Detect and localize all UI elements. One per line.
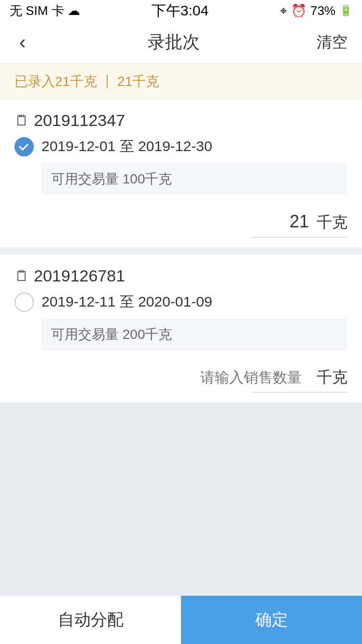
batch-1-quantity-section: 21 千克 bbox=[0, 207, 362, 247]
batch-1-quantity-unit: 千克 bbox=[317, 212, 348, 233]
batch-1-date: 2019-12-01 至 2019-12-30 bbox=[42, 137, 212, 156]
batch-1-quantity-value: 21 bbox=[290, 211, 309, 232]
status-time: 下午3:04 bbox=[152, 1, 209, 21]
bottom-bar: 自动分配 确定 bbox=[0, 596, 362, 644]
clear-button[interactable]: 清空 bbox=[317, 32, 348, 53]
batch-2-date: 2019-12-11 至 2020-01-09 bbox=[42, 292, 212, 312]
batch-card-2: 🗒 2019126781 2019-12-11 至 2020-01-09 可用交… bbox=[0, 255, 362, 362]
batch-2-radio[interactable] bbox=[14, 293, 34, 312]
batch-1-radio[interactable] bbox=[14, 137, 34, 156]
batch-2-quantity-input[interactable] bbox=[106, 369, 309, 386]
info-value: 21千克 bbox=[117, 72, 159, 91]
batch-1-available: 可用交易量 100千克 bbox=[42, 163, 348, 195]
gray-area bbox=[0, 402, 362, 596]
batch-1-underline bbox=[251, 237, 348, 238]
battery-text: 73% bbox=[310, 3, 335, 18]
content-area: 🗒 2019112347 2019-12-01 至 2019-12-30 可用交… bbox=[0, 99, 362, 596]
batch-2-underline bbox=[251, 392, 348, 392]
back-button[interactable]: ‹ bbox=[14, 27, 30, 58]
section-separator-1 bbox=[0, 247, 362, 255]
batch-2-input-unit: 千克 bbox=[317, 367, 348, 388]
battery-icon: 🔋 bbox=[339, 4, 352, 17]
batch-2-icon: 🗒 bbox=[14, 268, 29, 284]
batch-2-input-section: 千克 bbox=[0, 362, 362, 402]
status-left: 无 SIM 卡 ☁ bbox=[10, 2, 80, 19]
location-icon: ⌖ bbox=[280, 3, 287, 18]
nav-bar: ‹ 录批次 清空 bbox=[0, 21, 362, 64]
batch-1-date-row[interactable]: 2019-12-01 至 2019-12-30 bbox=[14, 137, 348, 156]
batch-2-date-row[interactable]: 2019-12-11 至 2020-01-09 bbox=[14, 292, 348, 312]
batch-1-header: 🗒 2019112347 bbox=[14, 111, 348, 130]
confirm-button[interactable]: 确定 bbox=[181, 596, 362, 644]
info-label: 已录入21千克 bbox=[14, 72, 97, 91]
sim-text: 无 SIM 卡 ☁ bbox=[10, 2, 80, 19]
batch-1-icon: 🗒 bbox=[14, 112, 29, 129]
batch-card-1: 🗒 2019112347 2019-12-01 至 2019-12-30 可用交… bbox=[0, 99, 362, 207]
page-title: 录批次 bbox=[148, 30, 200, 54]
alarm-icon: ⏰ bbox=[291, 3, 306, 18]
batch-2-id: 2019126781 bbox=[34, 266, 125, 285]
status-right: ⌖ ⏰ 73% 🔋 bbox=[280, 3, 352, 18]
status-bar: 无 SIM 卡 ☁ 下午3:04 ⌖ ⏰ 73% 🔋 bbox=[0, 0, 362, 21]
batch-2-header: 🗒 2019126781 bbox=[14, 266, 348, 285]
info-divider bbox=[107, 75, 108, 88]
info-banner: 已录入21千克 21千克 bbox=[0, 64, 362, 99]
batch-1-id: 2019112347 bbox=[34, 111, 125, 130]
auto-distribute-button[interactable]: 自动分配 bbox=[0, 596, 181, 644]
batch-2-available: 可用交易量 200千克 bbox=[42, 319, 348, 350]
